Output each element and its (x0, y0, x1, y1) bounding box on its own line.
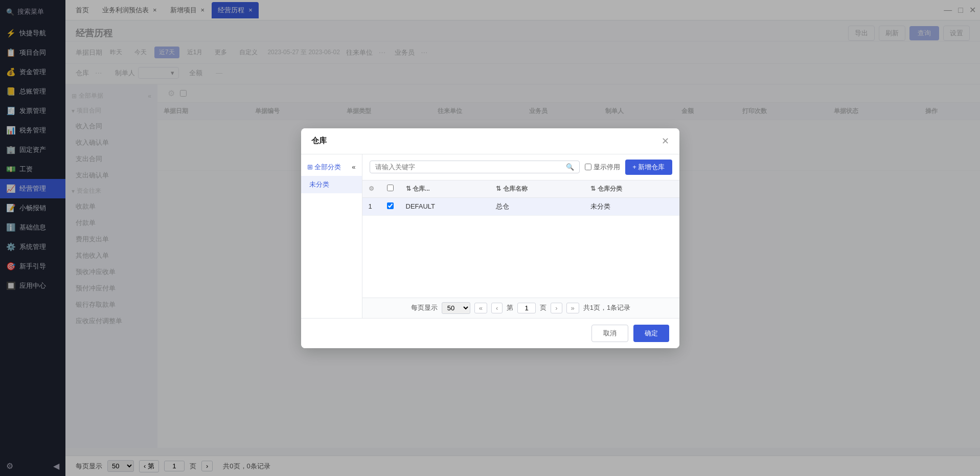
modal-per-page-select[interactable]: 50 100 (442, 302, 470, 314)
warehouse-search-input[interactable] (375, 163, 563, 171)
modal-select-all[interactable] (387, 185, 394, 191)
category-panel: ⊞ 全部分类 « 未分类 (301, 154, 362, 318)
all-categories-header[interactable]: ⊞ 全部分类 « (301, 158, 362, 176)
search-icon: 🔍 (566, 163, 574, 171)
modal-footer: 取消 确定 (301, 318, 679, 348)
cat-item-unclassified-label: 未分类 (309, 180, 329, 188)
modal-header: 仓库 ✕ (301, 128, 679, 154)
cancel-button[interactable]: 取消 (591, 325, 628, 342)
row-checkbox-cell (381, 197, 400, 215)
row-category: 未分类 (584, 197, 679, 215)
modal-search-bar: 🔍 显示停用 + 新增仓库 (362, 154, 679, 180)
search-input-wrap: 🔍 (370, 161, 580, 173)
confirm-button[interactable]: 确定 (633, 325, 669, 342)
modal-page-prefix: 第 (507, 303, 513, 312)
col-settings-icon[interactable]: ⚙ (369, 185, 374, 192)
show-disabled-checkbox[interactable] (585, 164, 591, 170)
modal-per-page-label: 每页显示 (411, 303, 438, 312)
add-warehouse-button[interactable]: + 新增仓库 (625, 160, 672, 175)
table-panel: 🔍 显示停用 + 新增仓库 ⚙ (362, 154, 679, 318)
cat-panel-collapse-icon[interactable]: « (352, 163, 355, 171)
modal-title: 仓库 (311, 136, 327, 146)
warehouse-modal: 仓库 ✕ ⊞ 全部分类 « 未分类 🔍 (301, 128, 679, 348)
row-checkbox[interactable] (387, 202, 394, 209)
show-disabled-label[interactable]: 显示停用 (585, 163, 620, 172)
modal-last-page-btn[interactable]: » (566, 303, 579, 313)
show-disabled-text: 显示停用 (594, 163, 620, 172)
modal-page-input[interactable] (517, 303, 536, 313)
cat-item-unclassified[interactable]: 未分类 (301, 176, 362, 193)
modal-first-page-btn[interactable]: « (474, 303, 487, 313)
modal-overlay: 仓库 ✕ ⊞ 全部分类 « 未分类 🔍 (0, 0, 980, 476)
modal-table-wrap: ⚙ ⇅ 仓库... ⇅ 仓库名称 (362, 180, 679, 298)
col-checkbox (381, 180, 400, 198)
row-name: 总仓 (490, 197, 584, 215)
all-categories-label: ⊞ 全部分类 (307, 163, 341, 172)
col-warehouse-category: ⇅ 仓库分类 (584, 180, 679, 198)
modal-prev-page-btn[interactable]: ‹ (491, 303, 503, 313)
row-code: DEFAULT (400, 197, 490, 215)
col-settings: ⚙ (362, 180, 381, 198)
col-warehouse-name: ⇅ 仓库名称 (490, 180, 584, 198)
modal-next-page-btn[interactable]: › (551, 303, 562, 313)
modal-total-info: 共1页，1条记录 (583, 303, 630, 312)
modal-page-suffix: 页 (540, 303, 546, 312)
modal-pagination: 每页显示 50 100 « ‹ 第 页 › » 共1页，1条记录 (362, 298, 679, 318)
modal-body: ⊞ 全部分类 « 未分类 🔍 显示停用 (301, 154, 679, 318)
modal-close-icon[interactable]: ✕ (662, 135, 669, 147)
table-row[interactable]: 1 DEFAULT 总仓 未分类 (362, 197, 679, 215)
row-id: 1 (362, 197, 381, 215)
col-warehouse-code: ⇅ 仓库... (400, 180, 490, 198)
warehouse-table: ⚙ ⇅ 仓库... ⇅ 仓库名称 (362, 180, 679, 216)
